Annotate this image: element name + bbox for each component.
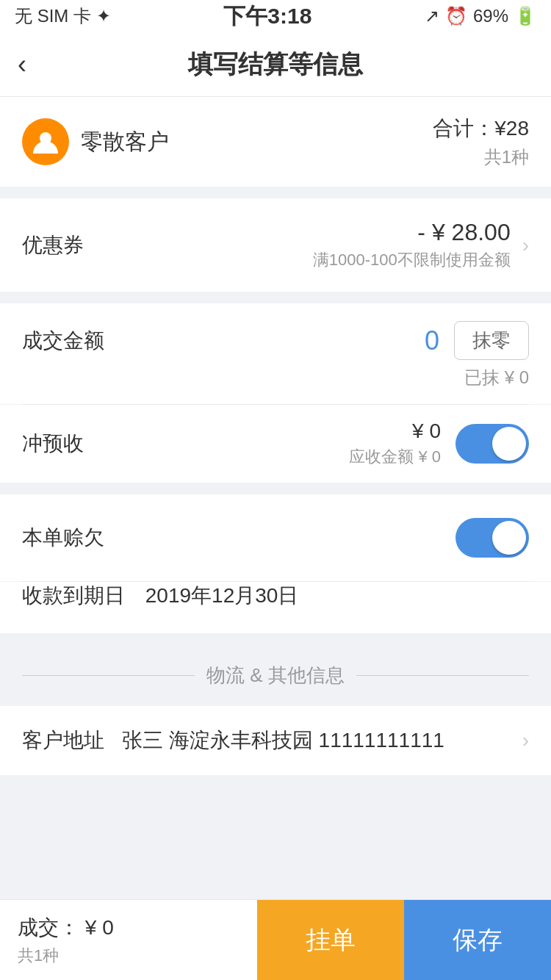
debt-row: 本单赊欠 xyxy=(0,494,551,581)
divider-1 xyxy=(0,187,551,198)
summary-amount: ¥ 0 xyxy=(85,916,114,939)
prereceive-amount: ¥ 0 xyxy=(349,419,441,443)
toggle-knob xyxy=(492,427,526,461)
debt-toggle-knob xyxy=(492,521,526,555)
nav-bar: ‹ 填写结算等信息 xyxy=(0,32,551,97)
bottom-summary: 成交： ¥ 0 共1种 xyxy=(0,914,257,967)
debt-label: 本单赊欠 xyxy=(22,524,104,552)
transaction-amount-row: 成交金额 0 抹零 xyxy=(0,303,551,366)
battery-icon: 🔋 xyxy=(514,6,536,26)
status-right: ↗ ⏰ 69% 🔋 xyxy=(425,6,536,26)
due-date-label: 收款到期日 xyxy=(22,584,125,607)
due-date-row[interactable]: 收款到期日 2019年12月30日 xyxy=(0,582,551,633)
divider-5 xyxy=(0,775,551,787)
address-chevron-icon: › xyxy=(522,729,529,752)
status-time: 下午3:18 xyxy=(223,1,311,32)
customer-total: 合计：¥28 xyxy=(433,115,529,143)
customer-row: 零散客户 合计：¥28 共1种 xyxy=(0,97,551,187)
logistics-divider: 物流 & 其他信息 xyxy=(22,663,529,688)
chevron-right-icon: › xyxy=(522,234,529,257)
coupon-row[interactable]: 优惠券 - ¥ 28.00 满1000-100不限制使用金额 › xyxy=(0,198,551,292)
round-button[interactable]: 抹零 xyxy=(454,321,529,360)
coupon-desc: 满1000-100不限制使用金额 xyxy=(313,249,511,271)
summary-bottom: 共1种 xyxy=(18,945,240,967)
avatar xyxy=(22,118,69,165)
logistics-section: 物流 & 其他信息 xyxy=(0,645,551,706)
status-bar: 无 SIM 卡 ✦ 下午3:18 ↗ ⏰ 69% 🔋 xyxy=(0,0,551,32)
battery-level: 69% xyxy=(473,6,508,26)
alarm-icon: ⏰ xyxy=(445,6,467,26)
divider-3 xyxy=(0,483,551,494)
page-title: 填写结算等信息 xyxy=(188,48,363,82)
address-row[interactable]: 客户地址 张三 海淀永丰科技园 11111111111 › xyxy=(0,706,551,775)
coupon-label: 优惠券 xyxy=(22,231,84,259)
transaction-right: 0 抹零 xyxy=(425,321,529,360)
coupon-value: - ¥ 28.00 满1000-100不限制使用金额 xyxy=(313,219,511,271)
content-area: 零散客户 合计：¥28 共1种 优惠券 - ¥ 28.00 满1000-100不… xyxy=(0,97,551,980)
due-date-value: 2019年12月30日 xyxy=(145,584,299,607)
logistics-label: 物流 & 其他信息 xyxy=(206,663,345,688)
save-button[interactable]: 保存 xyxy=(404,900,551,981)
summary-top: 成交： ¥ 0 xyxy=(18,914,240,942)
prereceive-toggle[interactable] xyxy=(455,424,529,464)
address-value: 张三 海淀永丰科技园 11111111111 xyxy=(122,727,522,754)
prereceive-values: ¥ 0 应收金额 ¥ 0 xyxy=(349,419,441,468)
transaction-value: 0 xyxy=(425,325,439,356)
prereceive-label: 冲预收 xyxy=(22,430,84,458)
customer-name: 零散客户 xyxy=(81,127,169,157)
bottom-bar: 成交： ¥ 0 共1种 挂单 保存 xyxy=(0,899,551,980)
divider-4 xyxy=(0,633,551,645)
summary-label: 成交： xyxy=(18,916,79,939)
status-left: 无 SIM 卡 ✦ xyxy=(15,4,111,28)
coupon-right: - ¥ 28.00 满1000-100不限制使用金额 › xyxy=(313,219,529,271)
back-button[interactable]: ‹ xyxy=(18,49,26,80)
prereceive-sub: 应收金额 ¥ 0 xyxy=(349,446,441,468)
prereceive-row: 冲预收 ¥ 0 应收金额 ¥ 0 xyxy=(0,405,551,483)
coupon-amount: - ¥ 28.00 xyxy=(313,219,511,246)
transaction-sub: 已抹 ¥ 0 xyxy=(0,366,551,404)
sim-status: 无 SIM 卡 ✦ xyxy=(15,4,111,28)
transaction-label: 成交金额 xyxy=(22,327,104,355)
customer-count: 共1种 xyxy=(433,145,529,169)
logistics-line-right xyxy=(356,675,529,676)
prereceive-right: ¥ 0 应收金额 ¥ 0 xyxy=(349,419,529,468)
customer-total-info: 合计：¥28 共1种 xyxy=(433,115,529,169)
logistics-line-left xyxy=(22,675,195,676)
address-label: 客户地址 xyxy=(22,727,104,754)
customer-info: 零散客户 xyxy=(22,118,169,165)
divider-2 xyxy=(0,292,551,303)
debt-toggle[interactable] xyxy=(455,518,529,558)
hang-button[interactable]: 挂单 xyxy=(257,900,404,981)
location-icon: ↗ xyxy=(425,6,439,26)
